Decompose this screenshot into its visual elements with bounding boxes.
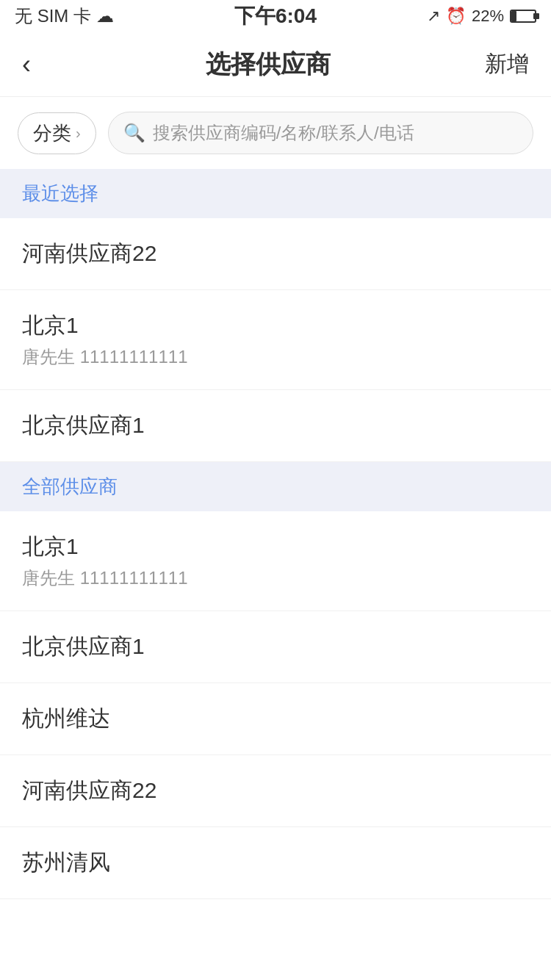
battery-status: 22%: [472, 7, 504, 26]
category-label: 分类: [33, 120, 71, 146]
section-header-all: 全部供应商: [0, 462, 551, 511]
list-item[interactable]: 河南供应商22: [0, 755, 551, 827]
list-item[interactable]: 北京1唐先生 11111111111: [0, 511, 551, 611]
status-time: 下午6:04: [234, 2, 317, 30]
sim-status: 无 SIM 卡 ☁: [15, 4, 114, 28]
category-filter-button[interactable]: 分类 ›: [18, 112, 96, 154]
status-bar: 无 SIM 卡 ☁ 下午6:04 ↗ ⏰ 22%: [0, 0, 551, 32]
item-name: 杭州维达: [22, 704, 529, 734]
item-name: 北京1: [22, 532, 529, 562]
status-right: ↗ ⏰ 22%: [427, 7, 536, 26]
list-item[interactable]: 北京供应商1: [0, 390, 551, 462]
battery-icon: [510, 10, 536, 23]
item-name: 北京供应商1: [22, 411, 529, 441]
search-box[interactable]: 🔍 搜索供应商编码/名称/联系人/电话: [108, 112, 533, 154]
item-name: 河南供应商22: [22, 239, 529, 269]
back-button[interactable]: ‹: [22, 49, 66, 80]
item-name: 河南供应商22: [22, 776, 529, 806]
alarm-icon: ⏰: [446, 7, 466, 26]
chevron-right-icon: ›: [76, 125, 81, 142]
supplier-list: 最近选择河南供应商22北京1唐先生 11111111111北京供应商1全部供应商…: [0, 169, 551, 899]
list-item[interactable]: 杭州维达: [0, 683, 551, 755]
filter-bar: 分类 › 🔍 搜索供应商编码/名称/联系人/电话: [0, 97, 551, 169]
search-icon: 🔍: [123, 123, 145, 143]
list-item[interactable]: 苏州清风: [0, 827, 551, 899]
location-icon: ↗: [427, 7, 440, 26]
item-name: 苏州清风: [22, 848, 529, 878]
item-sub: 唐先生 11111111111: [22, 566, 529, 590]
section-header-recent: 最近选择: [0, 169, 551, 218]
list-item[interactable]: 北京供应商1: [0, 611, 551, 683]
item-name: 北京1: [22, 311, 529, 341]
add-button[interactable]: 新增: [470, 49, 529, 79]
page-title: 选择供应商: [206, 48, 331, 82]
list-item[interactable]: 北京1唐先生 11111111111: [0, 290, 551, 390]
item-sub: 唐先生 11111111111: [22, 345, 529, 369]
status-left: 无 SIM 卡 ☁: [15, 4, 114, 28]
nav-bar: ‹ 选择供应商 新增: [0, 32, 551, 97]
search-placeholder: 搜索供应商编码/名称/联系人/电话: [153, 121, 414, 145]
list-item[interactable]: 河南供应商22: [0, 218, 551, 290]
item-name: 北京供应商1: [22, 632, 529, 662]
